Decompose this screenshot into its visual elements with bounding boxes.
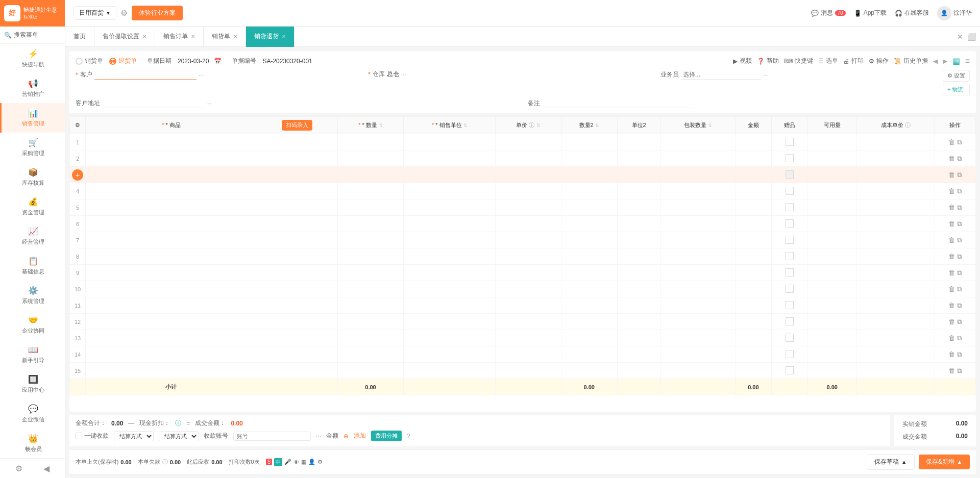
copy-row-btn[interactable]: ⧉ <box>957 301 962 310</box>
delete-row-btn[interactable]: 🗑 <box>948 220 955 228</box>
sidebar-item-marketing[interactable]: 📢 营销推广 <box>0 73 65 103</box>
col-header-settings[interactable]: ⚙ <box>70 117 86 134</box>
delete-row-btn[interactable]: 🗑 <box>948 269 955 276</box>
video-btn[interactable]: ▶ 视频 <box>733 57 752 65</box>
close-tab-btn[interactable]: ✕ <box>957 33 963 41</box>
avail-cell[interactable] <box>807 134 856 150</box>
sidebar-item-apps[interactable]: 🔲 应用中心 <box>0 369 65 399</box>
copy-row-btn[interactable]: ⧉ <box>957 253 962 261</box>
copy-row-btn[interactable]: ⧉ <box>957 367 962 375</box>
pack-sort-icon[interactable]: ⇅ <box>708 123 712 128</box>
qty2-sort-icon[interactable]: ⇅ <box>595 123 599 128</box>
gift-checkbox[interactable] <box>786 366 794 374</box>
add-row-btn[interactable]: + <box>72 169 83 181</box>
scan-input-btn[interactable]: 扫码录入 <box>282 120 312 131</box>
copy-row-btn[interactable]: ⧉ <box>957 350 962 359</box>
warehouse-more-icon[interactable]: ··· <box>401 71 406 78</box>
copy-row-btn[interactable]: ⧉ <box>957 171 962 179</box>
cost-info-icon[interactable]: ⓘ <box>905 122 911 128</box>
delete-row-btn[interactable]: 🗑 <box>948 285 955 293</box>
gift-checkbox[interactable] <box>786 219 794 228</box>
add-logistics-btn[interactable]: + 物流 <box>943 84 970 95</box>
sidebar-item-finance[interactable]: 💰 资金管理 <box>0 192 65 221</box>
prev-history-icon[interactable]: ◀ <box>933 58 938 65</box>
sidebar-item-inventory[interactable]: 📦 库存核算 <box>0 162 65 192</box>
gift-checkbox[interactable] <box>786 203 794 211</box>
add-payment-btn[interactable]: ⊕ <box>344 433 349 440</box>
one-click-payment-checkbox[interactable] <box>76 433 82 439</box>
save-dropdown-icon[interactable]: ▲ <box>957 459 963 466</box>
calc-help-icon[interactable]: ⓘ <box>175 419 181 427</box>
product-input-active[interactable] <box>88 172 255 178</box>
next-history-icon[interactable]: ▶ <box>943 58 947 65</box>
calendar-icon[interactable]: 📅 <box>214 58 222 65</box>
save-draft-btn[interactable]: 保存草稿 ▲ <box>867 454 915 470</box>
unit-cell[interactable] <box>404 134 496 150</box>
price-sort-icon[interactable]: ⇅ <box>536 123 541 128</box>
maximize-tab-btn[interactable]: ⬜ <box>967 33 976 41</box>
pack-cell[interactable] <box>660 134 735 150</box>
remark-input[interactable] <box>542 98 695 108</box>
trial-button[interactable]: 体验行业方案 <box>132 6 183 20</box>
gift-checkbox[interactable] <box>786 350 794 358</box>
sidebar-item-purchase[interactable]: 🛒 采购管理 <box>0 133 65 162</box>
gift-checkbox[interactable] <box>786 252 794 260</box>
sidebar-item-guide[interactable]: 📖 新手引导 <box>0 340 65 369</box>
collapse-icon[interactable]: ◀ <box>43 464 50 473</box>
gift-checkbox[interactable] <box>786 154 794 162</box>
footer-icon-zh[interactable]: 中 <box>274 458 282 466</box>
qty-sort-icon[interactable]: ⇅ <box>379 123 383 128</box>
draft-dropdown-icon[interactable]: ▲ <box>901 459 907 466</box>
tab-sales-delivery[interactable]: 销货单 ✕ <box>204 27 246 47</box>
copy-row-btn[interactable]: ⧉ <box>957 236 962 244</box>
price-cell[interactable] <box>496 134 561 150</box>
copy-row-btn[interactable]: ⧉ <box>957 334 962 342</box>
tab-sales-order[interactable]: 销售订单 ✕ <box>155 27 204 47</box>
gift-checkbox[interactable] <box>786 268 794 276</box>
settings-gear-btn[interactable]: ⚙ <box>120 8 128 18</box>
delete-row-btn[interactable]: 🗑 <box>948 236 955 244</box>
tab-close-price-setting[interactable]: ✕ <box>142 34 146 39</box>
gift-checkbox[interactable] <box>786 317 794 325</box>
online-service-group[interactable]: 🎧 在线客服 <box>895 9 929 17</box>
form-settings-btn[interactable]: ⚙ 设置 <box>943 70 970 82</box>
print-btn[interactable]: 🖨 打印 <box>843 57 864 65</box>
copy-row-btn[interactable]: ⧉ <box>957 204 962 212</box>
copy-row-btn[interactable]: ⧉ <box>957 187 962 195</box>
copy-row-btn[interactable]: ⧉ <box>957 220 962 228</box>
footer-icon-eye[interactable]: 👁 <box>293 459 299 465</box>
gift-checkbox[interactable] <box>786 236 794 244</box>
amount-cell[interactable] <box>735 134 771 150</box>
tab-sales-return[interactable]: 销货退货 ✕ <box>246 27 295 47</box>
gift-cell[interactable] <box>771 134 807 150</box>
gift-checkbox[interactable] <box>786 187 794 195</box>
unit-sort-icon[interactable]: ⇅ <box>463 123 468 128</box>
tab-price-setting[interactable]: 售价提取设置 ✕ <box>94 27 155 47</box>
user-group[interactable]: 👤 徐泽华 <box>937 6 972 20</box>
delete-row-btn[interactable]: 🗑 <box>948 171 955 179</box>
app-download-group[interactable]: 📱 App下载 <box>854 9 887 17</box>
salesperson-input[interactable] <box>681 70 762 80</box>
message-group[interactable]: 💬 消息 70 <box>811 9 846 17</box>
cost-cell[interactable] <box>856 134 935 150</box>
address-more-icon[interactable]: ··· <box>206 100 211 107</box>
delete-row-btn[interactable]: 🗑 <box>948 155 955 162</box>
calc-method-select[interactable]: 结算方式 <box>159 431 199 441</box>
account-more-icon[interactable]: ··· <box>316 433 321 440</box>
delete-row-btn[interactable]: 🗑 <box>948 187 955 195</box>
copy-row-btn[interactable]: ⧉ <box>957 155 962 163</box>
sidebar-item-partner[interactable]: 🤝 企业协同 <box>0 310 65 340</box>
table-settings-icon[interactable]: ⚙ <box>75 122 80 128</box>
help-btn[interactable]: ❓ 帮助 <box>757 57 779 65</box>
sidebar-item-sales[interactable]: 📊 销售管理 <box>0 103 65 133</box>
delete-row-btn[interactable]: 🗑 <box>948 138 955 146</box>
gift-checkbox-active[interactable] <box>786 170 794 179</box>
qty2-cell[interactable] <box>561 134 617 150</box>
tab-close-sales-order[interactable]: ✕ <box>191 34 195 39</box>
save-new-btn[interactable]: 保存&新增 ▲ <box>919 455 970 469</box>
shortcuts-btn[interactable]: ⌨ 快捷键 <box>784 57 813 65</box>
qty-cell[interactable] <box>337 134 404 150</box>
settlement-method-select[interactable]: 结算方式 <box>114 431 154 441</box>
select-btn[interactable]: ☰ 选单 <box>818 57 838 65</box>
footer-icon-grid[interactable]: ▦ <box>301 459 306 465</box>
